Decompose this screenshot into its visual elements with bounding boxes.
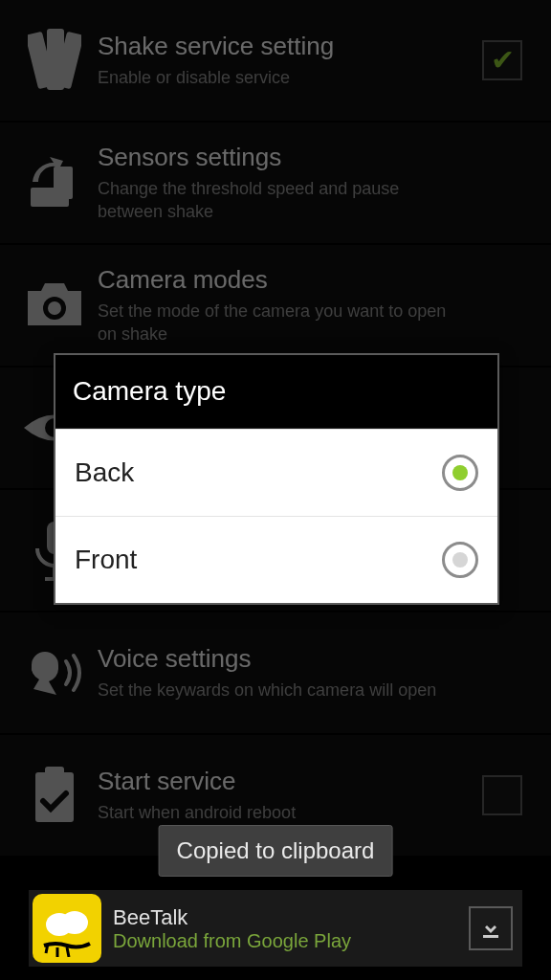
download-button[interactable] [469,906,513,950]
radio-dot-icon [452,465,468,480]
radio-dot-icon [452,552,468,568]
svg-point-12 [61,911,88,934]
option-front[interactable]: Front [55,516,497,603]
dialog-camera-type: Camera type Back Front [54,353,499,605]
download-icon [480,918,501,939]
ad-title: BeeTalk [113,905,469,930]
dialog-title: Camera type [55,355,497,429]
option-back[interactable]: Back [55,429,497,516]
option-label: Back [75,457,442,488]
option-label: Front [75,545,442,575]
ad-banner[interactable]: BeeTalk Download from Google Play [29,890,522,967]
ad-app-icon [33,894,101,963]
radio-back[interactable] [442,455,478,491]
ad-subtitle: Download from Google Play [113,930,469,952]
toast-copied: Copied to clipboard [159,825,393,877]
svg-rect-13 [483,935,498,938]
radio-front[interactable] [442,542,478,578]
